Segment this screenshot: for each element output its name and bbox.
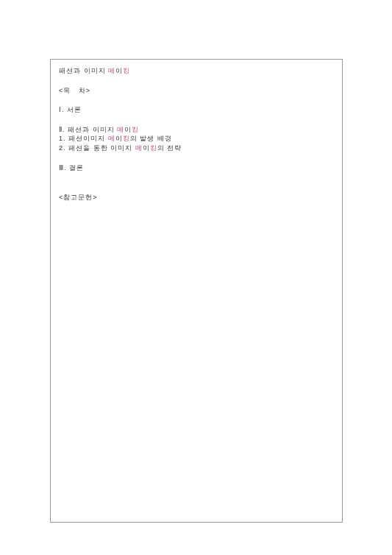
title-highlight-2: 킹	[123, 67, 130, 74]
section-2-hl2: 킹	[132, 126, 139, 133]
document-content: 패션과 이미지 메이킹 <목 차> Ⅰ. 서론 Ⅱ. 패션과 이미지 메이킹 1…	[59, 66, 335, 202]
sub1-mid: 이	[115, 135, 123, 142]
toc-close: 차>	[79, 87, 90, 94]
section-2: Ⅱ. 패션과 이미지 메이킹 1. 패션이미지 메이킹의 발생 배경 2. 패션…	[59, 125, 335, 153]
section-2-heading: Ⅱ. 패션과 이미지 메이킹	[59, 125, 335, 135]
title-text: 패션과 이미지	[59, 67, 108, 74]
section-3-text: Ⅲ. 결론	[59, 164, 84, 172]
title-highlight-1: 메	[108, 67, 115, 74]
subsection-2: 2. 패션을 통한 이미지 메이킹의 전략	[59, 144, 335, 153]
sub1-hl1: 메	[108, 135, 115, 142]
sub2-hl2: 킹	[150, 144, 157, 152]
sub2-suffix: 의 전략	[157, 144, 182, 152]
section-2-hl1: 메	[117, 126, 124, 133]
sub2-mid: 이	[143, 144, 150, 152]
subsection-1: 1. 패션이미지 메이킹의 발생 배경	[59, 134, 335, 144]
title-text-mid: 이	[115, 67, 123, 74]
sub2-prefix: 2. 패션을 통한 이미지	[59, 144, 135, 152]
section-2-mid: 이	[124, 126, 132, 133]
section-1: Ⅰ. 서론	[59, 105, 335, 115]
section-2-prefix: Ⅱ. 패션과 이미지	[59, 126, 117, 133]
document-title: 패션과 이미지 메이킹	[59, 66, 335, 76]
section-3: Ⅲ. 결론	[59, 163, 335, 173]
section-1-text: Ⅰ. 서론	[59, 106, 82, 113]
sub1-prefix: 1. 패션이미지	[59, 135, 108, 142]
toc-header: <목 차>	[59, 86, 335, 96]
references-text: <참고문헌>	[59, 194, 98, 201]
references-header: <참고문헌>	[59, 193, 335, 202]
sub2-hl1: 메	[135, 144, 143, 152]
sub1-suffix: 의 발생 배경	[130, 135, 172, 142]
sub1-hl2: 킹	[123, 135, 130, 142]
toc-open: <목	[59, 87, 71, 94]
